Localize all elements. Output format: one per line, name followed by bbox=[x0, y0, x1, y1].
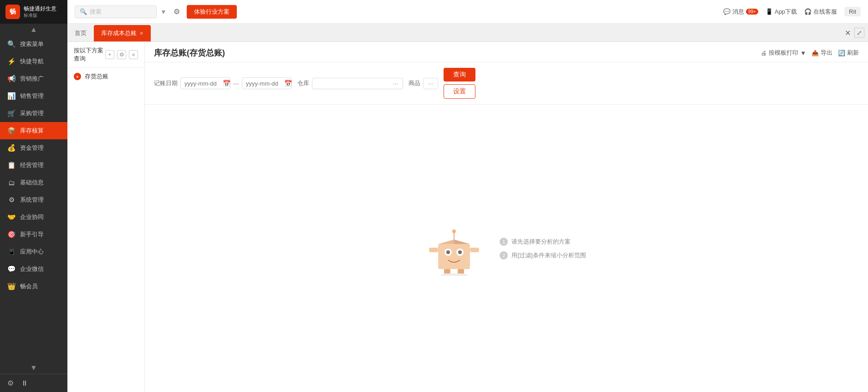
sidebar-nav: 🔍 搜索菜单 ⚡ 快捷导航 📢 营销推广 📊 销售管理 🛒 采购管理 📦 库存核… bbox=[0, 36, 67, 362]
hint-text-1: 请先选择要分析的方案 bbox=[511, 238, 571, 246]
query-btn[interactable]: 查询 bbox=[444, 68, 475, 81]
goods-more-icon[interactable]: ··· bbox=[428, 80, 433, 87]
sidebar-item-label-purchase: 采购管理 bbox=[20, 109, 44, 117]
sidebar: 畅 畅捷通好生意 标准版 ▲ 🔍 搜索菜单 ⚡ 快捷导航 📢 营销推广 📊 销售… bbox=[0, 0, 67, 392]
purchase-icon: 🛒 bbox=[7, 109, 15, 117]
search-icon: 🔍 bbox=[7, 40, 15, 48]
tab-close-icon[interactable]: ✕ bbox=[139, 31, 143, 36]
sidebar-item-wechat[interactable]: 💬 企业微信 bbox=[0, 260, 67, 278]
sidebar-item-appcenter[interactable]: 📱 应用中心 bbox=[0, 243, 67, 260]
empty-hint-1: 1 请先选择要分析的方案 bbox=[500, 238, 586, 246]
message-icon: 💬 bbox=[723, 8, 730, 15]
industry-btn[interactable]: 体验行业方案 bbox=[187, 5, 237, 19]
footer-collapse-icon[interactable]: ⏸ bbox=[21, 379, 28, 387]
print-btn[interactable]: 🖨 按模板打印 ▼ bbox=[761, 49, 806, 57]
filter-item-inventory[interactable]: 存货总账 bbox=[67, 68, 144, 85]
headset-icon: 🎧 bbox=[804, 8, 812, 15]
app-name: 畅捷通好生意 bbox=[24, 5, 56, 13]
shortcut-icon: ⚡ bbox=[7, 57, 15, 66]
sidebar-item-shortcut[interactable]: ⚡ 快捷导航 bbox=[0, 53, 67, 70]
tabbar: 首页 库存成本总账 ✕ ✕ ⤢ bbox=[67, 24, 868, 42]
empty-illustration bbox=[427, 221, 481, 276]
sidebar-item-sales[interactable]: 📊 销售管理 bbox=[0, 87, 67, 105]
footer-settings-icon[interactable]: ⚙ bbox=[7, 379, 14, 387]
tab-home[interactable]: 首页 bbox=[67, 25, 94, 41]
export-btn[interactable]: 📤 导出 bbox=[812, 49, 832, 57]
hint-num-2: 2 bbox=[500, 251, 508, 260]
date-end-field[interactable] bbox=[246, 80, 282, 87]
sidebar-item-label-member: 畅会员 bbox=[20, 282, 38, 290]
calendar-start-icon[interactable]: 📅 bbox=[223, 80, 230, 87]
app-version: 标准版 bbox=[24, 12, 56, 19]
date-field: 记账日期 📅 — 📅 bbox=[154, 77, 292, 89]
refresh-btn[interactable]: 🔄 刷新 bbox=[838, 49, 859, 57]
warehouse-label: 仓库 bbox=[297, 79, 309, 87]
sidebar-item-label-cooperation: 企业协同 bbox=[20, 213, 44, 221]
date-start-input[interactable]: 📅 bbox=[180, 77, 230, 89]
sidebar-item-inventory[interactable]: 📦 库存核算 bbox=[0, 122, 67, 139]
sidebar-scroll-up[interactable]: ▲ bbox=[0, 24, 67, 36]
appcenter-icon: 📱 bbox=[7, 248, 15, 256]
svg-rect-8 bbox=[458, 269, 464, 274]
action-btns: 查询 设置 bbox=[444, 68, 475, 99]
print-label: 按模板打印 bbox=[769, 49, 798, 57]
svg-point-6 bbox=[458, 250, 462, 254]
app-logo: 畅 畅捷通好生意 标准版 bbox=[0, 0, 67, 24]
warehouse-more-icon[interactable]: ··· bbox=[393, 80, 398, 87]
search-bar: 记账日期 📅 — 📅 仓库 ··· bbox=[145, 62, 868, 105]
member-icon: 👑 bbox=[7, 282, 15, 290]
sidebar-item-marketing[interactable]: 📢 营销推广 bbox=[0, 70, 67, 87]
sidebar-item-member[interactable]: 👑 畅会员 bbox=[0, 278, 67, 295]
date-separator: — bbox=[233, 80, 239, 87]
sidebar-item-guide[interactable]: 🎯 新手引导 bbox=[0, 226, 67, 243]
inventory-icon: 📦 bbox=[7, 127, 15, 135]
sidebar-item-system[interactable]: ⚙ 系统管理 bbox=[0, 191, 67, 209]
svg-rect-7 bbox=[444, 269, 450, 274]
sidebar-item-purchase[interactable]: 🛒 采购管理 bbox=[0, 105, 67, 122]
topbar-search-placeholder: 搜索 bbox=[90, 8, 102, 16]
sidebar-item-label-finance: 资金管理 bbox=[20, 144, 44, 152]
goods-label: 商品 bbox=[408, 79, 420, 87]
sidebar-item-search[interactable]: 🔍 搜索菜单 bbox=[0, 36, 67, 53]
online-service-btn[interactable]: 🎧 在线客服 bbox=[804, 8, 837, 16]
tab-inventory-label: 库存成本总账 bbox=[101, 29, 137, 37]
sidebar-item-label-operation: 经营管理 bbox=[20, 161, 44, 169]
sidebar-scroll-down[interactable]: ▼ bbox=[0, 362, 67, 374]
date-end-input[interactable]: 📅 bbox=[242, 77, 292, 89]
topbar-search-box[interactable]: 🔍 搜索 bbox=[75, 5, 157, 18]
main-wrapper: 🔍 搜索 ▼ ⚙ 体验行业方案 💬 消息 99+ 📱 App下载 🎧 在线客服 … bbox=[67, 0, 868, 392]
tab-panel-close-icon[interactable]: ✕ bbox=[845, 29, 851, 37]
svg-rect-0 bbox=[438, 244, 470, 269]
warehouse-input[interactable]: ··· bbox=[312, 78, 403, 89]
topbar-gear-icon[interactable]: ⚙ bbox=[170, 5, 183, 18]
marketing-icon: 📢 bbox=[7, 75, 15, 83]
svg-point-12 bbox=[452, 229, 456, 233]
refresh-icon: 🔄 bbox=[838, 50, 845, 56]
sidebar-item-basic[interactable]: 🗂 基础信息 bbox=[0, 174, 67, 191]
filter-sidebar: 按以下方案查询 + ⚙ « 存货总账 bbox=[67, 42, 145, 392]
sidebar-item-finance[interactable]: 💰 资金管理 bbox=[0, 139, 67, 157]
topbar-dropdown-icon[interactable]: ▼ bbox=[160, 8, 167, 15]
messages-btn[interactable]: 💬 消息 99+ bbox=[723, 8, 758, 16]
sidebar-item-label-marketing: 营销推广 bbox=[20, 75, 44, 83]
svg-rect-10 bbox=[470, 248, 479, 252]
filter-collapse-btn[interactable]: « bbox=[129, 50, 138, 59]
settings-btn[interactable]: 设置 bbox=[444, 84, 475, 99]
online-service-label: 在线客服 bbox=[813, 8, 837, 16]
calendar-end-icon[interactable]: 📅 bbox=[284, 80, 292, 87]
export-icon: 📤 bbox=[812, 50, 819, 56]
date-start-field[interactable] bbox=[184, 80, 221, 87]
user-account[interactable]: Rit bbox=[844, 7, 861, 16]
page-title: 库存总账(存货总账) bbox=[154, 47, 225, 58]
sidebar-item-operation[interactable]: 📋 经营管理 bbox=[0, 157, 67, 174]
messages-label: 消息 bbox=[732, 8, 744, 16]
filter-header-actions: + ⚙ « bbox=[105, 50, 138, 59]
goods-input[interactable]: ··· bbox=[423, 78, 438, 89]
filter-settings-btn[interactable]: ⚙ bbox=[117, 50, 126, 59]
app-download-btn[interactable]: 📱 App下载 bbox=[766, 8, 797, 16]
tab-expand-icon[interactable]: ⤢ bbox=[854, 28, 864, 38]
tab-inventory-ledger[interactable]: 库存成本总账 ✕ bbox=[94, 25, 151, 41]
filter-add-btn[interactable]: + bbox=[105, 50, 114, 59]
hint-num-1: 1 bbox=[500, 238, 508, 246]
sidebar-item-cooperation[interactable]: 🤝 企业协同 bbox=[0, 209, 67, 226]
